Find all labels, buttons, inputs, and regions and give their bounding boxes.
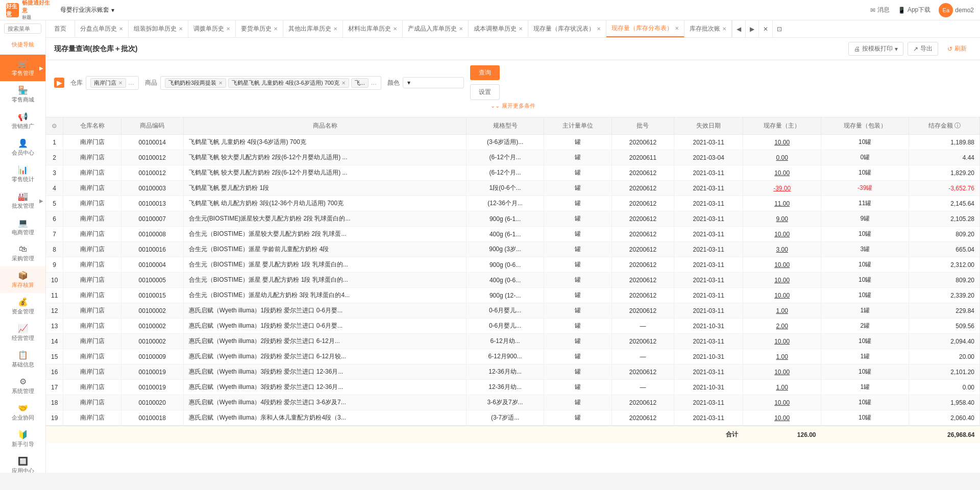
sidebar-nav-label[interactable]: 快捷导航	[4, 39, 41, 51]
cell-code: 00100019	[121, 380, 183, 395]
tab-close-all-btn[interactable]: ✕	[758, 20, 772, 37]
cell-unit: 罐	[544, 410, 611, 426]
set-btn[interactable]: 设置	[470, 84, 500, 100]
sidebar-item-retail-stats[interactable]: 📊 零售统计	[0, 161, 45, 187]
cell-name: 合生元（BIOSTIME）派星 婴儿配方奶粉 1段 乳球蛋白的...	[183, 273, 466, 288]
tab-close-icon[interactable]: ✕	[459, 26, 463, 32]
tab-close-icon[interactable]: ✕	[226, 26, 230, 32]
goods-label: 商品	[145, 79, 157, 87]
account-selector[interactable]: 母婴行业演示账套 ▾	[60, 6, 114, 14]
refresh-btn[interactable]: ↺ 刷新	[942, 42, 972, 55]
cell-qty-main[interactable]: 10.00	[743, 410, 821, 426]
cell-qty-main[interactable]: 1.00	[743, 303, 821, 318]
tab-yaoHuo[interactable]: 要货单历史 ✕	[236, 20, 283, 37]
tab-more-btn[interactable]: ⊡	[772, 20, 786, 37]
sidebar-item-retail-mgmt[interactable]: 🛒 零售管理 ▶	[0, 55, 45, 81]
goods-input[interactable]: 飞鹤奶粉3段两提装 ✕ 飞鹤星飞帆 儿童奶粉 4段(3-6岁适用) 700克 ✕…	[160, 76, 381, 90]
tab-chengBen[interactable]: 成本调整单历史 ✕	[469, 20, 528, 37]
sidebar-item-new-guide[interactable]: 🔰 新手引导	[0, 426, 45, 452]
sidebar-item-financial[interactable]: 💰 资金管理	[0, 293, 45, 320]
goods-tag1-close[interactable]: ✕	[218, 80, 223, 86]
cell-qty-main[interactable]: 1.00	[743, 349, 821, 364]
sidebar-item-ops-mgmt[interactable]: 📈 经营管理	[0, 320, 45, 346]
color-input[interactable]: ▾	[403, 77, 464, 88]
sidebar-item-app-center[interactable]: 🔲 应用中心	[0, 452, 45, 473]
cell-qty-main[interactable]: 0.00	[743, 150, 821, 165]
tab-home[interactable]: 首页	[46, 20, 75, 37]
search-input[interactable]	[4, 23, 41, 34]
cell-qty-main[interactable]: 9.00	[743, 211, 821, 227]
tab-close-icon[interactable]: ✕	[119, 26, 123, 32]
template-print-btn[interactable]: 🖨 按模板打印 ▾	[848, 42, 903, 56]
tab-close-icon[interactable]: ✕	[393, 26, 397, 32]
cell-qty-main[interactable]: 10.00	[743, 288, 821, 303]
tab-caiLiao[interactable]: 材料出库单历史 ✕	[343, 20, 403, 37]
tab-xiancun-status[interactable]: 现存量（库存状况表） ✕	[528, 20, 606, 37]
expand-more-btn[interactable]: ⌄⌄ 展开更多条件	[54, 100, 972, 112]
tab-close-icon[interactable]: ✕	[274, 26, 278, 32]
sidebar-item-inventory-check[interactable]: 📦 库存核算	[0, 266, 45, 293]
goods-ellipsis[interactable]: …	[371, 79, 377, 86]
cell-qty-main[interactable]: 10.00	[743, 165, 821, 181]
tab-zuzheChai[interactable]: 组装拆卸单历史 ✕	[129, 20, 188, 37]
sidebar-item-ecommerce[interactable]: 💻 电商管理	[0, 214, 45, 240]
expand-filter-btn[interactable]: ▶	[54, 78, 64, 88]
chevron-down-icon: ▾	[895, 45, 898, 53]
tab-chanCheng[interactable]: 产成品入库单历史 ✕	[403, 20, 469, 37]
cell-qty-pkg: 11罐	[821, 196, 909, 211]
cell-warehouse: 南岸门店	[63, 196, 121, 211]
cell-qty-main[interactable]: 10.00	[743, 135, 821, 150]
tab-qitaChuku[interactable]: 其他出库单历史 ✕	[283, 20, 343, 37]
sidebar-item-purchase[interactable]: 🛍 采购管理	[0, 240, 45, 266]
goods-tag2-close[interactable]: ✕	[341, 80, 346, 86]
tab-close-icon[interactable]: ✕	[333, 26, 337, 32]
settings-icon[interactable]: ⚙	[52, 122, 57, 130]
tab-close-icon[interactable]: ✕	[519, 26, 523, 32]
sidebar-item-member-center[interactable]: 👤 会员中心	[0, 134, 45, 161]
cell-qty-main[interactable]: 2.00	[743, 318, 821, 334]
warehouse-tag-close[interactable]: ✕	[118, 80, 122, 86]
export-btn[interactable]: ↗ 导出	[908, 42, 938, 56]
table-row: 8南岸门店00100016合生元（BIOSTIME）派星 学龄前儿童配方奶粉 4…	[46, 242, 980, 257]
tab-close-icon[interactable]: ✕	[722, 26, 726, 32]
cell-qty-main[interactable]: 10.00	[743, 273, 821, 288]
cell-qty-main[interactable]: 3.00	[743, 242, 821, 257]
guide-icon: 🔰	[18, 430, 28, 439]
warehouse-input[interactable]: 南岸门店 ✕ …	[86, 76, 139, 90]
btn-template-label: 按模板打印	[862, 44, 893, 53]
cell-qty-main[interactable]: 10.00	[743, 395, 821, 410]
sidebar-item-marketing[interactable]: 📢 营销推广	[0, 108, 45, 134]
cell-qty-main[interactable]: 10.00	[743, 334, 821, 349]
cell-qty-main[interactable]: 1.00	[743, 380, 821, 395]
table-header-row: ⚙ 仓库名称 商品编码 商品名称 规格型号 主计量单位 批号 失效日期 现存量（…	[46, 117, 980, 135]
cell-qty-main[interactable]: -39.00	[743, 181, 821, 196]
cell-qty-main[interactable]: 10.00	[743, 364, 821, 380]
tab-kucun-batch[interactable]: 库存批次账 ✕	[684, 20, 732, 37]
sidebar-item-enterprise[interactable]: 🤝 企业协同	[0, 399, 45, 426]
cell-expire: 2021-03-11	[674, 165, 743, 181]
messages-btn[interactable]: ✉ 消息	[870, 6, 890, 14]
cell-qty-main[interactable]: 11.00	[743, 196, 821, 211]
tab-prev-btn[interactable]: ◀	[732, 20, 745, 37]
sidebar-item-basic-info[interactable]: 📋 基础信息	[0, 346, 45, 373]
query-btn[interactable]: 查询	[470, 65, 500, 80]
tab-fenPandian[interactable]: 分盘点单历史 ✕	[75, 20, 129, 37]
warehouse-ellipsis[interactable]: …	[128, 79, 134, 86]
tab-next-btn[interactable]: ▶	[745, 20, 758, 37]
cell-qty-main[interactable]: 10.00	[743, 227, 821, 242]
tab-close-icon[interactable]: ✕	[675, 26, 679, 31]
user-profile[interactable]: Ea demo2	[939, 3, 974, 17]
tab-diaoBo[interactable]: 调拨单历史 ✕	[188, 20, 236, 37]
cell-batch: 20200612	[611, 288, 674, 303]
col-settings[interactable]: ⚙	[46, 117, 63, 135]
tab-close-icon[interactable]: ✕	[597, 26, 601, 32]
footer-amount-total: 26,968.64	[909, 426, 980, 443]
app-download-btn[interactable]: 📱 App下载	[898, 6, 930, 14]
cell-warehouse: 南岸门店	[63, 334, 121, 349]
sidebar-item-sys-mgmt[interactable]: ⚙ 系统管理	[0, 373, 45, 399]
sidebar-item-wholesale-mgmt[interactable]: 🏭 批发管理 ▶	[0, 187, 45, 214]
tab-xiancun-dist[interactable]: 现存量（库存分布表） ✕	[606, 20, 684, 37]
sidebar-item-retail-shop[interactable]: 🏪 零售商城	[0, 81, 45, 108]
cell-qty-main[interactable]: 10.00	[743, 257, 821, 273]
tab-close-icon[interactable]: ✕	[179, 26, 183, 32]
